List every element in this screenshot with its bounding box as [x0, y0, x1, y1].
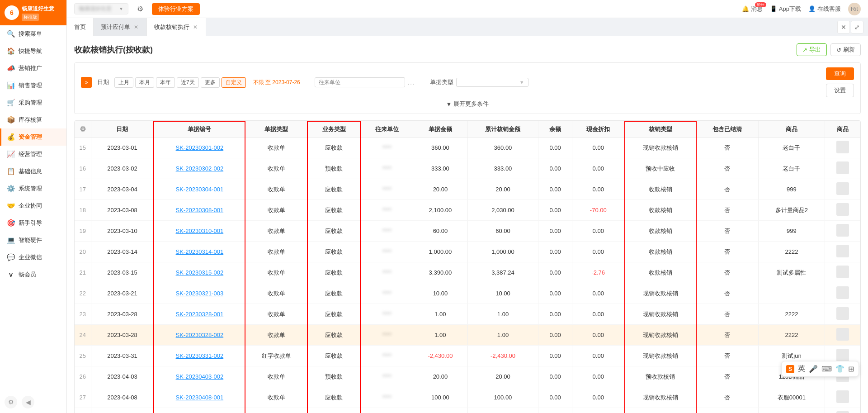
floating-apps-icon[interactable]: ⊞: [848, 365, 854, 373]
industry-btn[interactable]: 体验行业方案: [152, 3, 200, 15]
cell-product: 2222: [758, 325, 825, 346]
tab-home[interactable]: 首页: [67, 18, 94, 36]
cell-product: 老白干: [758, 138, 825, 158]
refresh-btn[interactable]: ↺ 刷新: [830, 43, 861, 56]
sidebar-item-purchase[interactable]: 🛒 采购管理: [0, 94, 66, 111]
query-btn[interactable]: 查询: [826, 67, 854, 80]
doc-no-link[interactable]: SK-20230315-002: [176, 269, 224, 276]
floating-mic-icon[interactable]: 🎤: [809, 365, 818, 373]
custom-date-btn[interactable]: 自定义: [222, 77, 246, 88]
tab-payable-close[interactable]: ✕: [133, 24, 139, 30]
sidebar: 6 畅康道好生意 标推版 🔍 搜索菜单 🏠 快捷导航 📣 营销推广 📊 销售管理…: [0, 0, 67, 413]
cell-amount: 360.00: [413, 138, 467, 158]
doc-no-link[interactable]: SK-20230328-002: [176, 332, 224, 338]
cell-doc-type: 收款单: [245, 408, 307, 413]
sidebar-item-search[interactable]: 🔍 搜索菜单: [0, 25, 66, 43]
this-month-btn[interactable]: 本月: [135, 77, 154, 88]
export-btn[interactable]: ↗ 导出: [797, 43, 827, 56]
cell-biz-type: 应收款: [307, 304, 360, 325]
nav-label-member: 畅会员: [19, 271, 36, 279]
doc-no-link[interactable]: SK-20230321-003: [176, 290, 224, 297]
settings-icon[interactable]: ⚙: [5, 396, 17, 408]
sidebar-item-hardware[interactable]: 💻 智能硬件: [0, 232, 66, 249]
online-service-btn[interactable]: 👤 在线客服: [808, 5, 841, 13]
cell-date: 2023-04-08: [91, 387, 154, 408]
cell-accumulated: 100.00: [467, 387, 538, 408]
company-select[interactable]: 畅康道好生意 ▼: [74, 3, 128, 14]
counterparty-input[interactable]: [315, 77, 405, 87]
more-btn[interactable]: 更多: [201, 77, 220, 88]
doc-no-link[interactable]: SK-20230301-002: [176, 144, 224, 151]
gear-icon[interactable]: ⚙: [134, 3, 146, 15]
collapse-icon[interactable]: ◀: [22, 396, 34, 408]
page-title: 收款核销执行(按收款): [74, 44, 153, 55]
cell-counterparty: ****: [360, 325, 413, 346]
more-dots: ...: [408, 79, 415, 86]
sidebar-item-sales[interactable]: 📊 销售管理: [0, 77, 66, 94]
fullscreen-btn[interactable]: ⤢: [851, 21, 863, 33]
row-num: 24: [75, 325, 91, 346]
sidebar-item-shortcut[interactable]: 🏠 快捷导航: [0, 43, 66, 60]
tab-payable[interactable]: 预计应付单 ✕: [94, 18, 147, 36]
chevron-down-icon: ▼: [119, 6, 123, 11]
cell-counterparty: ****: [360, 200, 413, 221]
guide-icon: 🎯: [7, 219, 15, 227]
basics-icon: 📋: [7, 167, 15, 176]
sidebar-item-marketing[interactable]: 📣 营销推广: [0, 60, 66, 77]
last-7days-btn[interactable]: 近7天: [177, 77, 199, 88]
doc-no-link[interactable]: SK-20230302-002: [176, 165, 224, 172]
tab-receipt[interactable]: 收款核销执行 ✕: [147, 18, 206, 36]
cell-balance: 0.00: [538, 138, 572, 158]
doc-no-link[interactable]: SK-20230328-001: [176, 311, 224, 318]
doc-no-link[interactable]: SK-20230304-001: [176, 186, 224, 193]
sidebar-item-corp[interactable]: 🤝 企业协同: [0, 197, 66, 214]
doc-no-link[interactable]: SK-20230314-001: [176, 248, 224, 255]
doc-type-select[interactable]: ▼: [456, 78, 528, 87]
cell-discount: 0.00: [572, 138, 624, 158]
cell-doc-type: 收款单: [245, 283, 307, 304]
cell-counterparty: ****: [360, 138, 413, 158]
cell-balance: 0.00: [538, 200, 572, 221]
cell-balance: 0.00: [538, 242, 572, 262]
tabbar-end: ✕ ⤢: [837, 21, 868, 33]
sidebar-item-operations[interactable]: 📈 经营管理: [0, 146, 66, 163]
row-num: 22: [75, 283, 91, 304]
cell-discount: -70.00: [572, 200, 624, 221]
this-year-btn[interactable]: 本年: [156, 77, 175, 88]
doc-no-link[interactable]: SK-20230308-001: [176, 207, 224, 214]
cell-included: 否: [696, 304, 758, 325]
sidebar-item-system[interactable]: ⚙️ 系统管理: [0, 180, 66, 197]
setting-btn[interactable]: 设置: [826, 84, 854, 97]
floating-toolbar: S 英 🎤 ⌨ 👕 ⊞: [781, 361, 859, 377]
cell-included: 否: [696, 138, 758, 158]
sidebar-item-basics[interactable]: 📋 基础信息: [0, 163, 66, 180]
sidebar-item-finance[interactable]: 💰 资金管理: [0, 128, 66, 146]
doc-no-link[interactable]: SK-20230310-001: [176, 228, 224, 234]
cell-accumulated: 360.00: [467, 138, 538, 158]
doc-no-link[interactable]: SK-20230403-002: [176, 373, 224, 380]
app-download-btn[interactable]: 📱 App下载: [770, 5, 801, 13]
close-tab-btn[interactable]: ✕: [837, 21, 850, 33]
expand-btn[interactable]: ▼ 展开更多条件: [81, 100, 854, 108]
filter-toggle-btn[interactable]: »: [81, 77, 92, 88]
tab-receipt-close[interactable]: ✕: [192, 24, 198, 30]
doc-no-link[interactable]: SK-20230408-001: [176, 394, 224, 401]
nav-label-guide: 新手引导: [19, 219, 42, 227]
avatar[interactable]: Rit: [848, 3, 861, 15]
sidebar-item-guide[interactable]: 🎯 新手引导: [0, 214, 66, 232]
sidebar-item-inventory[interactable]: 📦 库存核算: [0, 111, 66, 128]
message-btn[interactable]: 🔔 消息 99+: [742, 5, 763, 13]
column-settings-icon[interactable]: ⚙: [80, 125, 86, 133]
page-actions: ↗ 导出 ↺ 刷新: [797, 43, 861, 56]
nav-label-wechat: 企业微信: [19, 253, 42, 261]
cell-biz-type: 应收款: [307, 387, 360, 408]
cell-date: 2023-04-18: [91, 408, 154, 413]
nav-label-system: 系统管理: [19, 185, 42, 193]
table-row: 27 2023-04-08 SK-20230408-001 收款单 应收款 **…: [75, 387, 860, 408]
sidebar-item-wechat[interactable]: 💬 企业微信: [0, 249, 66, 266]
doc-no-link[interactable]: SK-20230331-002: [176, 352, 224, 359]
sidebar-item-member[interactable]: V 畅会员: [0, 266, 66, 283]
last-month-btn[interactable]: 上月: [114, 77, 133, 88]
floating-grid-icon[interactable]: ⌨: [821, 365, 832, 373]
floating-shirt-icon[interactable]: 👕: [835, 365, 844, 373]
